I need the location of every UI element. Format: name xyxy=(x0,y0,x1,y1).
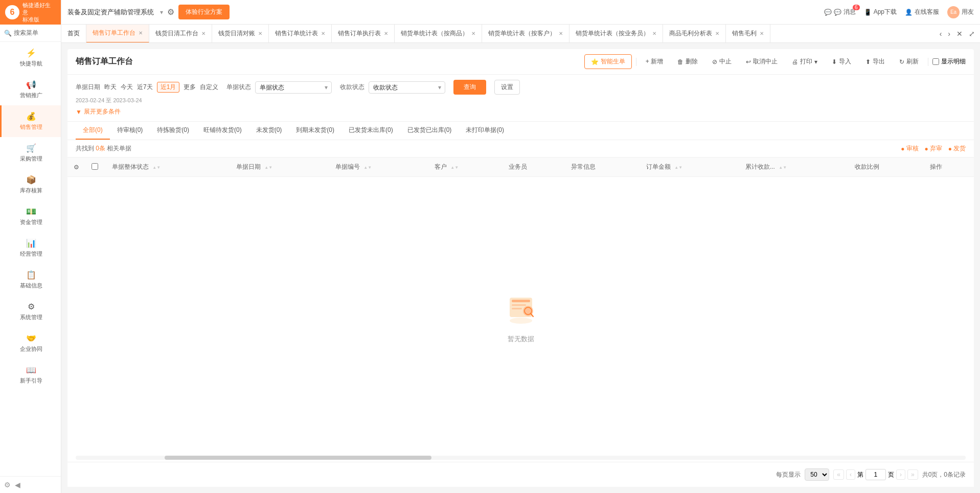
sub-tab-0[interactable]: 全部(0) xyxy=(76,122,110,140)
expand-btn[interactable]: ▼ 展开更多条件 xyxy=(76,107,966,116)
sub-tab-3[interactable]: 旺铺待发货(0) xyxy=(196,122,249,140)
tab-2[interactable]: 钱货日清工作台✕ xyxy=(149,25,212,43)
audit-btn[interactable]: ● 审核 xyxy=(901,144,918,153)
tab-close-btn[interactable]: ✕ xyxy=(139,30,143,36)
tab-close-btn[interactable]: ✕ xyxy=(760,31,764,36)
page-input[interactable] xyxy=(865,469,886,480)
sidebar-item-6[interactable]: 📊经营管理 xyxy=(0,232,61,264)
export-btn[interactable]: ⬆ 导出 xyxy=(860,55,890,69)
app-download-btn[interactable]: 📱 App下载 xyxy=(864,8,897,16)
industry-btn[interactable]: 体验行业方案 xyxy=(178,5,230,19)
tab-1[interactable]: 销售订单工作台✕ xyxy=(86,25,149,43)
th-checkbox[interactable] xyxy=(85,158,106,177)
sidebar-item-7[interactable]: 📋基础信息 xyxy=(0,264,61,296)
sidebar-settings-btn[interactable]: ⚙ xyxy=(4,481,11,489)
table-info-bar: 共找到 0条 相关单据 ● 审核 ● 弃审 xyxy=(67,140,974,158)
tab-4[interactable]: 销售订单统计表✕ xyxy=(269,25,332,43)
scroll-thumb[interactable] xyxy=(165,456,431,460)
message-btn[interactable]: 💬 6 💬 消息 xyxy=(824,8,856,16)
select-all-checkbox[interactable] xyxy=(92,163,98,170)
tab-close-btn[interactable]: ✕ xyxy=(559,31,563,36)
sub-tab-2[interactable]: 待拣验货(0) xyxy=(150,122,196,140)
ship-btn[interactable]: ● 发货 xyxy=(948,144,966,153)
date-option-today[interactable]: 今天 xyxy=(121,83,133,92)
tab-close-btn[interactable]: ✕ xyxy=(258,31,262,36)
user-menu-btn[interactable]: Ea 用友 xyxy=(947,6,974,18)
sidebar-item-1[interactable]: 📢营销推广 xyxy=(0,74,61,105)
tab-close-btn[interactable]: ✕ xyxy=(471,31,475,36)
query-btn[interactable]: 查询 xyxy=(453,80,486,95)
tab-9[interactable]: 商品毛利分析表✕ xyxy=(663,25,726,43)
tab-prev-btn[interactable]: ‹ xyxy=(938,29,944,39)
tab-6[interactable]: 销货单统计表（按商品）✕ xyxy=(395,25,482,43)
sub-tab-5[interactable]: 到期未发货(0) xyxy=(289,122,341,140)
stop-btn[interactable]: ⊘ 中止 xyxy=(707,55,737,69)
page-first-btn[interactable]: « xyxy=(833,469,844,480)
add-btn[interactable]: + 新增 xyxy=(641,55,668,69)
sort-status[interactable]: ▲▼ xyxy=(152,166,161,170)
sort-cumulative[interactable]: ▲▼ xyxy=(779,166,787,170)
sub-tab-7[interactable]: 已发货已出库(0) xyxy=(400,122,459,140)
show-detail-label[interactable]: 显示明细 xyxy=(932,57,966,66)
date-option-7days[interactable]: 近7天 xyxy=(137,83,153,92)
sidebar-item-0[interactable]: ⚡快捷导航 xyxy=(0,42,61,74)
cancel-stop-btn[interactable]: ↩ 取消中止 xyxy=(741,55,783,69)
th-settings[interactable]: ⚙ xyxy=(67,158,85,177)
online-service-btn[interactable]: 👤 在线客服 xyxy=(905,8,939,16)
date-option-1month[interactable]: 近1月 xyxy=(157,82,180,93)
th-amount: 订单金额 ▲▼ xyxy=(640,158,739,177)
page-prev-btn[interactable]: ‹ xyxy=(846,469,855,480)
tab-close-btn[interactable]: ✕ xyxy=(321,31,325,36)
sort-number[interactable]: ▲▼ xyxy=(363,166,372,170)
tab-0[interactable]: 首页 xyxy=(61,25,86,43)
status-select[interactable]: 单据状态 xyxy=(255,81,332,94)
sub-tab-4[interactable]: 未发货(0) xyxy=(249,122,289,140)
print-btn[interactable]: 🖨 打印 ▾ xyxy=(787,55,823,69)
sidebar-item-5[interactable]: 💵资金管理 xyxy=(0,200,61,232)
sidebar-item-3[interactable]: 🛒采购管理 xyxy=(0,137,61,169)
sidebar-item-2[interactable]: 💰销售管理 xyxy=(0,105,61,137)
sidebar-item-9[interactable]: 🤝企业协同 xyxy=(0,327,61,359)
tab-3[interactable]: 钱货日清对账✕ xyxy=(212,25,269,43)
cancel-audit-btn[interactable]: ● 弃审 xyxy=(925,144,942,153)
tab-7[interactable]: 销货单统计表（按客户）✕ xyxy=(482,25,569,43)
date-option-custom[interactable]: 自定义 xyxy=(200,83,218,92)
sort-amount[interactable]: ▲▼ xyxy=(674,166,682,170)
sidebar-search[interactable]: 🔍 搜索菜单 xyxy=(0,25,61,42)
tab-close-btn[interactable]: ✕ xyxy=(715,31,719,36)
date-option-yesterday[interactable]: 昨天 xyxy=(104,83,117,92)
header-settings-icon[interactable]: ⚙ xyxy=(167,7,174,17)
import-btn[interactable]: ⬇ 导入 xyxy=(827,55,856,69)
show-detail-checkbox[interactable] xyxy=(932,58,939,65)
tab-10[interactable]: 销售毛利✕ xyxy=(726,25,770,43)
smart-btn[interactable]: ⭐ 智能生单 xyxy=(584,54,632,69)
nav-label: 新手引导 xyxy=(20,377,42,385)
tab-close-btn[interactable]: ✕ xyxy=(652,31,656,36)
toolbar-divider-2 xyxy=(928,58,928,66)
sub-tab-1[interactable]: 待审核(0) xyxy=(110,122,150,140)
page-next-btn[interactable]: › xyxy=(896,469,905,480)
page-last-btn[interactable]: » xyxy=(907,469,918,480)
sidebar-collapse-btn[interactable]: ◀ xyxy=(15,481,20,489)
payment-select[interactable]: 收款状态 xyxy=(369,81,445,94)
page-size-select[interactable]: 50 xyxy=(805,468,829,481)
tab-8[interactable]: 销货单统计表（按业务员）✕ xyxy=(569,25,663,43)
sidebar-item-10[interactable]: 📖新手引导 xyxy=(0,359,61,391)
refresh-btn[interactable]: ↻ 刷新 xyxy=(894,55,924,69)
tab-close-btn[interactable]: ✕ xyxy=(384,31,388,36)
horizontal-scroll[interactable] xyxy=(76,456,966,460)
delete-btn[interactable]: 🗑 删除 xyxy=(672,55,703,69)
sort-date[interactable]: ▲▼ xyxy=(264,166,272,170)
sidebar-item-4[interactable]: 📦库存核算 xyxy=(0,169,61,200)
setting-btn[interactable]: 设置 xyxy=(494,80,520,95)
sub-tab-8[interactable]: 未打印单据(0) xyxy=(459,122,511,140)
sub-tab-6[interactable]: 已发货未出库(0) xyxy=(341,122,400,140)
date-option-more[interactable]: 更多 xyxy=(184,83,196,92)
tab-next-btn[interactable]: › xyxy=(946,29,952,39)
tab-fullscreen-btn[interactable]: ⤢ xyxy=(967,29,977,39)
tab-close-btn[interactable]: ✕ xyxy=(201,31,206,36)
tab-5[interactable]: 销售订单执行表✕ xyxy=(332,25,395,43)
sidebar-item-8[interactable]: ⚙系统管理 xyxy=(0,296,61,327)
tab-close-all-btn[interactable]: ✕ xyxy=(954,29,965,39)
sort-customer[interactable]: ▲▼ xyxy=(450,166,459,170)
